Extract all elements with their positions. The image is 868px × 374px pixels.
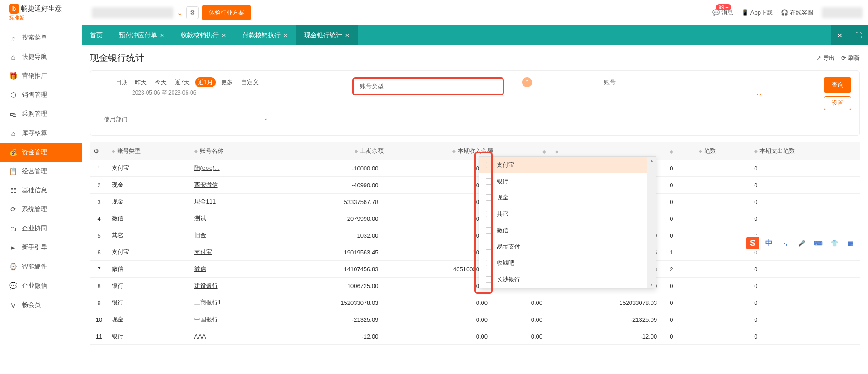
dropdown-option-2[interactable]: 现金	[479, 189, 656, 206]
tab-4[interactable]: 现金银行统计✕	[296, 25, 358, 45]
account-name-link[interactable]: 中国银行	[191, 311, 273, 328]
account-type-filter[interactable]: 账号类型	[352, 77, 504, 95]
sort-icon: ◆	[452, 149, 456, 154]
dropdown-option-1[interactable]: 银行	[479, 173, 656, 189]
date-option-2[interactable]: 近7天	[172, 77, 192, 87]
sidebar-item-14[interactable]: V畅会员	[0, 295, 82, 314]
account-name-link[interactable]: 微信	[191, 261, 273, 278]
sidebar-item-10[interactable]: 🗂企业协同	[0, 219, 82, 238]
dropdown-option-3[interactable]: 其它	[479, 206, 656, 222]
ime-punct-icon[interactable]: •,	[779, 237, 792, 249]
column-header-1[interactable]: ◆账号名称	[191, 142, 273, 160]
tab-close-icon[interactable]: ✕	[222, 32, 226, 39]
dropdown-option-5[interactable]: 易宝支付	[479, 239, 656, 255]
dropdown-option-7[interactable]: 长沙银行	[479, 271, 656, 288]
ime-lang-toggle[interactable]: 中	[763, 237, 775, 249]
column-header-6[interactable]: ◆	[666, 142, 695, 160]
column-header-7[interactable]: ◆笔数	[695, 142, 751, 160]
tab-close-icon[interactable]: ✕	[283, 32, 288, 39]
app-download-button[interactable]: 📱 App下载	[741, 9, 773, 17]
dropdown-option-0[interactable]: 支付宝	[479, 157, 656, 173]
sidebar-item-3[interactable]: ⬡销售管理	[0, 85, 82, 105]
sidebar-item-9[interactable]: ⟳系统管理	[0, 200, 82, 219]
date-option-4[interactable]: 更多	[218, 77, 236, 87]
checkbox[interactable]	[486, 227, 492, 234]
gear-icon[interactable]: ⚙	[186, 6, 199, 19]
tab-fullscreen[interactable]: ⛶	[849, 25, 868, 45]
account-name-link[interactable]: 测试	[191, 210, 273, 227]
date-option-1[interactable]: 今天	[152, 77, 169, 87]
brand-name: 畅捷通好生意	[21, 5, 62, 13]
query-button[interactable]: 查询	[824, 77, 851, 93]
column-header-0[interactable]: ◆账号类型	[108, 142, 191, 160]
trial-button[interactable]: 体验行业方案	[202, 5, 251, 20]
ime-keyboard-icon[interactable]: ⌨	[812, 237, 824, 249]
account-name-link[interactable]: 支付宝	[191, 244, 273, 261]
sidebar-item-1[interactable]: ⌂快捷导航	[0, 47, 82, 66]
checkbox[interactable]	[486, 260, 492, 266]
account-name-link[interactable]: 陆(○○○)...	[191, 160, 273, 177]
checkbox[interactable]	[486, 178, 492, 185]
sidebar-item-4[interactable]: 🛍采购管理	[0, 105, 82, 124]
date-option-3[interactable]: 近1月	[195, 77, 216, 87]
checkbox[interactable]	[486, 211, 492, 217]
account-name-link[interactable]: 现金111	[191, 194, 273, 210]
collapse-toggle[interactable]: ⌃	[522, 77, 532, 87]
ime-voice-icon[interactable]: 🎤	[795, 237, 808, 249]
account-name-link[interactable]: 西安微信	[191, 177, 273, 194]
sidebar-item-8[interactable]: ☷基础信息	[0, 181, 82, 200]
sidebar-item-5[interactable]: ⌂库存核算	[0, 124, 82, 143]
sidebar-item-6[interactable]: 💰资金管理	[0, 143, 82, 162]
sidebar-item-12[interactable]: ⌚智能硬件	[0, 257, 82, 276]
dropdown-scrollbar[interactable]: ▴▾	[647, 157, 656, 288]
date-option-0[interactable]: 昨天	[132, 77, 149, 87]
account-name-link[interactable]: 工商银行1	[191, 294, 273, 311]
sort-icon: ◆	[194, 149, 198, 154]
checkbox[interactable]	[486, 162, 492, 168]
sidebar-icon: ⌕	[9, 34, 17, 42]
tab-1[interactable]: 预付冲应付单✕	[111, 25, 173, 45]
checkbox[interactable]	[486, 276, 492, 283]
dropdown-option-6[interactable]: 收钱吧	[479, 255, 656, 271]
sidebar-item-2[interactable]: 🎁营销推广	[0, 66, 82, 85]
tab-close-icon[interactable]: ✕	[160, 32, 164, 39]
sidebar-item-13[interactable]: 💬企业微信	[0, 276, 82, 295]
tab-2[interactable]: 收款核销执行✕	[173, 25, 234, 45]
dropdown-option-4[interactable]: 微信	[479, 222, 656, 239]
sidebar-icon: 💰	[9, 148, 17, 156]
table-row: 8银行建设银行1006725.000.000.001006725.0000	[90, 278, 860, 294]
date-option-5[interactable]: 自定义	[238, 77, 261, 87]
sidebar-item-11[interactable]: ▸新手引导	[0, 238, 82, 257]
ime-toolbox-icon[interactable]: ▦	[844, 237, 857, 249]
company-selector[interactable]: ⌄ ⚙ 体验行业方案	[92, 5, 251, 20]
tab-0[interactable]: 首页	[82, 25, 111, 45]
ime-skin-icon[interactable]: 👕	[828, 237, 841, 249]
messages-button[interactable]: 💬 消息 99 +	[712, 9, 733, 17]
account-name-link[interactable]: AAA	[191, 328, 273, 345]
checkbox[interactable]	[486, 194, 492, 201]
user-info-blurred[interactable]	[822, 7, 863, 18]
topbar: b 畅捷通好生意 标准版 ⌄ ⚙ 体验行业方案 💬 消息 99 + 📱 App下…	[0, 0, 868, 25]
online-service-button[interactable]: 🎧 在线客服	[781, 9, 814, 17]
tab-3[interactable]: 付款核销执行✕	[234, 25, 296, 45]
refresh-button[interactable]: ⟳刷新	[841, 54, 860, 62]
table-settings-icon[interactable]: ⚙	[90, 142, 108, 160]
account-name-link[interactable]: 旧金	[191, 227, 273, 244]
page-title: 现金银行统计	[90, 52, 144, 64]
tab-close-icon[interactable]: ✕	[345, 32, 350, 39]
account-name-link[interactable]: 建设银行	[191, 278, 273, 294]
export-button[interactable]: ↗导出	[816, 54, 835, 62]
account-type-input[interactable]	[387, 83, 496, 90]
brand-icon: b	[9, 4, 19, 14]
column-header-8[interactable]: ◆本期支出笔数	[750, 142, 860, 160]
more-filters-button[interactable]: ···	[756, 89, 766, 99]
sidebar-item-7[interactable]: 📋经营管理	[0, 162, 82, 181]
account-input[interactable]	[620, 77, 738, 88]
settings-button[interactable]: 设置	[824, 96, 851, 110]
ime-sogou-icon[interactable]: S	[746, 237, 759, 249]
dept-select[interactable]: ⌄	[132, 115, 268, 122]
checkbox[interactable]	[486, 244, 492, 250]
sidebar-item-0[interactable]: ⌕搜索菜单	[0, 28, 82, 47]
column-header-2[interactable]: ◆上期余额	[273, 142, 387, 160]
tab-close-all[interactable]: ✕	[831, 25, 849, 45]
